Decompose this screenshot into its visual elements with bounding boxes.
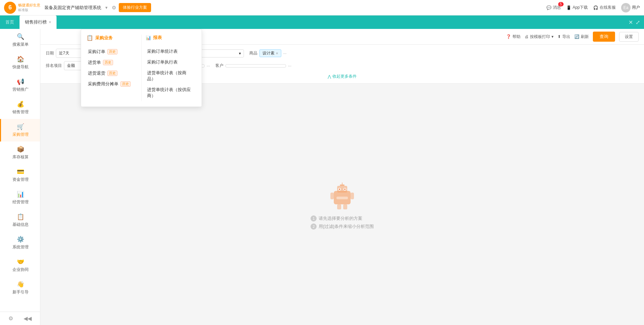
- query-button[interactable]: 查询: [593, 32, 615, 42]
- tab-sales-rank-label: 销售排行榜: [25, 19, 47, 25]
- refresh-label: 刷新: [581, 34, 589, 40]
- help-btn[interactable]: ❓ 帮助: [506, 34, 521, 40]
- sidebar-item-marketing[interactable]: 📢 营销推广: [0, 74, 40, 96]
- collapse-label: 收起更多条件: [332, 74, 357, 79]
- operations-icon: 📊: [17, 191, 24, 198]
- sidebar-item-operations[interactable]: 📊 经营管理: [0, 187, 40, 209]
- message-icon: 💬: [546, 5, 551, 10]
- dropdown-right-title: 📊 报表: [146, 35, 196, 43]
- sidebar-item-newcomer[interactable]: 👋 新手引导: [0, 277, 40, 299]
- dropdown-item-supplier-stat-label: 进货单统计表（按供应商）: [147, 87, 195, 99]
- dropdown-item-order-exec[interactable]: 采购订单执行表: [146, 57, 196, 68]
- export-icon: ⬆: [558, 34, 561, 39]
- sidebar-item-quick-nav[interactable]: 🏠 快捷导航: [0, 51, 40, 74]
- export-btn[interactable]: ⬆ 导出: [558, 34, 570, 40]
- sidebar-item-search-label: 搜索菜单: [12, 42, 29, 47]
- search-icon: 🔍: [17, 33, 24, 40]
- tip-num-2: 2: [311, 224, 317, 230]
- goods-tag-close-icon[interactable]: ×: [276, 51, 278, 56]
- sidebar-settings-icon[interactable]: ⚙: [8, 315, 13, 322]
- svg-point-5: [344, 189, 346, 190]
- online-service-label: 在线客服: [600, 5, 616, 10]
- svg-rect-12: [336, 197, 348, 199]
- dropdown-item-goods-return[interactable]: 进货退货 历史: [86, 68, 137, 79]
- settings-button[interactable]: 设置: [619, 32, 639, 42]
- sidebar-item-quicknav-label: 快捷导航: [12, 64, 29, 70]
- tip-num-1: 1: [311, 215, 317, 221]
- sidebar-item-newcomer-label: 新手引导: [12, 289, 29, 295]
- date-label: 日期: [46, 50, 54, 56]
- customer-select[interactable]: [225, 64, 286, 68]
- goods-more-btn[interactable]: ···: [283, 51, 287, 56]
- dropdown-item-order-stat[interactable]: 采购订单统计表: [146, 46, 196, 57]
- app-download-item[interactable]: 📱 App下载: [566, 5, 588, 10]
- export-label: 导出: [562, 34, 570, 40]
- message-item[interactable]: 💬 消息 5: [546, 5, 561, 10]
- sidebar-item-basic-info[interactable]: 📋 基础信息: [0, 209, 40, 232]
- sales-icon: 💰: [17, 100, 24, 108]
- collapse-arrow-icon: ⋀: [328, 74, 331, 79]
- goods-tag-text: 设计素: [262, 50, 275, 56]
- goods-tag[interactable]: 设计素 ×: [259, 49, 281, 57]
- tab-close-btn[interactable]: ✕: [629, 19, 633, 26]
- marketing-icon: 📢: [17, 78, 24, 85]
- sidebar-item-purchase[interactable]: 🛒 采购管理: [0, 119, 40, 141]
- tab-expand-btn[interactable]: ⤢: [636, 19, 640, 26]
- tabbar: 首页 销售排行榜 × ✕ ⤢: [0, 15, 644, 29]
- dropdown-item-purchase-order[interactable]: 采购订单 历史: [86, 46, 137, 57]
- svg-point-4: [339, 189, 340, 190]
- tab-home[interactable]: 首页: [0, 15, 20, 29]
- dropdown-item-purchase-order-label: 采购订单: [88, 49, 105, 55]
- sidebar-item-inventory[interactable]: 📦 库存核算: [0, 141, 40, 164]
- system-title: 装备及固定资产辅助管理系统: [44, 5, 101, 11]
- main-layout: 🔍 搜索菜单 🏠 快捷导航 📢 营销推广 💰 销售管理 🛒 采购管理 📦 库存核…: [0, 29, 644, 325]
- empty-tip-1-text: 请先选择要分析的方案: [319, 215, 362, 221]
- empty-tip-1: 1 请先选择要分析的方案: [311, 215, 373, 221]
- sidebar-item-system[interactable]: ⚙️ 系统管理: [0, 232, 40, 254]
- topbar-settings-icon[interactable]: ⚙: [112, 5, 116, 11]
- sidebar-item-system-label: 系统管理: [12, 244, 29, 250]
- goods-label: 商品: [249, 50, 257, 56]
- content-area: ❓ 帮助 🖨 按模板打印 ▾ ⬆ 导出 🔄 刷新 查询 设置: [40, 29, 644, 325]
- sidebar-item-finance[interactable]: 💳 资金管理: [0, 164, 40, 187]
- salesman-more-btn[interactable]: ···: [207, 64, 210, 68]
- sidebar-item-basicinfo-label: 基础信息: [12, 222, 29, 228]
- hist-badge-2: 历史: [107, 71, 117, 76]
- sidebar-item-sales-label: 销售管理: [12, 109, 29, 115]
- sidebar-item-enterprise[interactable]: 🤝 企业协同: [0, 254, 40, 277]
- svg-rect-10: [337, 204, 341, 209]
- tab-home-label: 首页: [5, 19, 14, 25]
- print-btn[interactable]: 🖨 按模板打印 ▾: [525, 34, 553, 40]
- dropdown-item-goods-in[interactable]: 进货单 历史: [86, 57, 137, 68]
- dropdown-item-purchase-expense[interactable]: 采购费用分摊单 历史: [86, 79, 137, 89]
- user-item[interactable]: Ea 用户: [621, 3, 640, 12]
- home-icon: 🏠: [17, 55, 24, 63]
- dropdown-item-goods-stat[interactable]: 进货单统计表（按商品）: [146, 68, 196, 84]
- tab-sales-rank[interactable]: 销售排行榜 ×: [20, 15, 57, 29]
- basic-info-icon: 📋: [17, 213, 24, 220]
- svg-rect-9: [351, 193, 354, 199]
- tab-close-icon[interactable]: ×: [49, 20, 51, 25]
- sidebar-item-sales[interactable]: 💰 销售管理: [0, 96, 40, 119]
- rank-label: 排名项目: [46, 63, 62, 69]
- customer-label: 客户: [215, 63, 223, 69]
- sidebar-collapse-icon[interactable]: ◀◀: [24, 315, 32, 322]
- sidebar-item-purchase-label: 采购管理: [12, 132, 29, 137]
- logo-text: 畅捷通好生意: [18, 3, 40, 7]
- empty-tip-2: 2 用[过滤]条件来缩小分析范围: [311, 224, 373, 230]
- system-arrow-icon[interactable]: ▾: [105, 5, 108, 10]
- dropdown-item-purchase-expense-label: 采购费用分摊单: [88, 81, 118, 87]
- purchase-dropdown-menu: 📋 采购业务 采购订单 历史 进货单 历史 进货退货 历史: [81, 29, 202, 107]
- customer-more-btn[interactable]: ···: [288, 64, 291, 68]
- empty-state: 1 请先选择要分析的方案 2 用[过滤]条件来缩小分析范围: [40, 84, 644, 325]
- refresh-btn[interactable]: 🔄 刷新: [574, 34, 589, 40]
- online-service-item[interactable]: 🎧 在线客服: [593, 5, 616, 10]
- user-name: 用户: [632, 5, 640, 10]
- sidebar-bottom: ⚙ ◀◀: [0, 312, 40, 325]
- sidebar-item-search[interactable]: 🔍 搜索菜单: [0, 29, 40, 51]
- sidebar-item-finance-label: 资金管理: [12, 177, 29, 182]
- dropdown-right-col: 📊 报表 采购订单统计表 采购订单执行表 进货单统计表（按商品） 进货单统计表（…: [146, 35, 196, 101]
- print-label: 按模板打印: [530, 34, 550, 40]
- dropdown-item-supplier-stat[interactable]: 进货单统计表（按供应商）: [146, 84, 196, 101]
- industry-btn[interactable]: 体验行业方案: [119, 3, 151, 12]
